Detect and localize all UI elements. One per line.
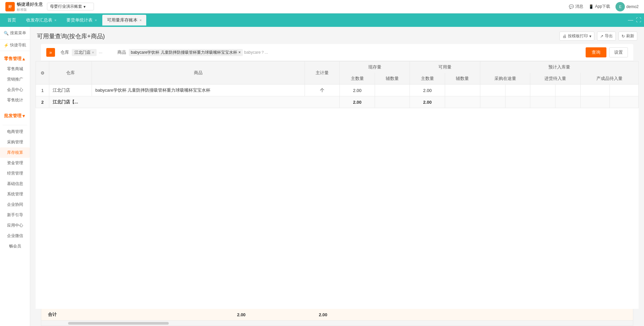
col-settings[interactable]: ⚙ — [36, 61, 49, 85]
export-btn[interactable]: ↗ 导出 — [597, 32, 616, 41]
subtotal-no: 2 — [36, 96, 49, 108]
sidebar-item-guide[interactable]: 新手引导 — [0, 210, 30, 220]
row-no: 1 — [36, 85, 49, 96]
sidebar-item-enterprise[interactable]: 企业协同 — [0, 199, 30, 210]
subtotal-purchase-main — [480, 96, 505, 108]
col-current-main: 主数量 — [340, 73, 375, 85]
subtotal-available-aux — [445, 96, 480, 108]
filter-product-group: 商品 babycare学饮杯 儿童防摔防撞吸管杯重力球吸嘴杯宝宝水杯 × bab… — [117, 49, 268, 56]
tab-order[interactable]: 要货单统计表 × — [62, 15, 101, 26]
subtotal-available-main: 2.00 — [410, 96, 445, 108]
subtotal-row: 2 江北门店【... 2.00 2.00 — [36, 96, 639, 108]
avatar: E — [615, 2, 625, 11]
user-profile[interactable]: E demo2 — [615, 2, 639, 11]
logo-text: 畅捷通好生意 标准版 — [17, 1, 43, 12]
warehouse-tag[interactable]: 江北门店 × — [72, 49, 97, 56]
tab-available[interactable]: 可用量库存账本 × — [102, 15, 146, 26]
sidebar-item-inventory[interactable]: 库存核算 — [0, 147, 30, 158]
sidebar-item-member-pro[interactable]: 畅会员 — [0, 241, 30, 251]
section-wholesale-toggle: ▼ — [21, 113, 26, 119]
avatar-text: E — [619, 5, 622, 9]
sidebar-quick-nav[interactable]: ⚡ 快捷导航 — [0, 40, 30, 51]
message-label: 消息 — [575, 4, 583, 9]
app-label: App下载 — [595, 4, 610, 9]
filter-container: » 仓库 江北门店 × ··· 商品 — [36, 44, 639, 61]
refresh-btn[interactable]: ↻ 刷新 — [619, 32, 637, 41]
col-production-header: 产成品待入量 — [581, 73, 639, 85]
logo: 好 畅捷通好生意 标准版 — [5, 1, 43, 12]
sidebar-item-app-center[interactable]: 应用中心 — [0, 220, 30, 231]
row-production-aux — [609, 85, 638, 96]
sidebar-item-retail-stats[interactable]: 零售统计 — [1, 95, 29, 105]
scrollbar-thumb[interactable] — [68, 322, 169, 325]
sidebar-search-label: 搜索菜单 — [10, 30, 26, 36]
subtotal-production-aux — [609, 96, 638, 108]
sidebar-search[interactable]: 🔍 搜索菜单 — [0, 27, 30, 40]
minimize-btn[interactable]: — — [628, 17, 633, 23]
sidebar-item-system[interactable]: 系统管理 — [0, 189, 30, 199]
page-title: 可用量查询(按仓库+商品) — [37, 32, 105, 40]
product-tag-0[interactable]: babycare学饮杯 儿童防摔防撞吸管杯重力球吸嘴杯宝宝水杯 × — [129, 49, 243, 56]
sidebar-item-member[interactable]: 会员中心 — [1, 85, 29, 95]
sidebar-item-purchase[interactable]: 采购管理 — [0, 137, 30, 147]
print-dropdown-icon: ▾ — [589, 34, 591, 39]
sidebar: 🔍 搜索菜单 ⚡ 快捷导航 零售管理 ▲ 零售商城 营销推广 会员中心 零售统计… — [0, 27, 30, 326]
data-table: ⚙ 仓库 商品 主计量 现存量 可用量 预计入库量 主数量 辅数量 主数量 辅数… — [36, 61, 639, 108]
row-warehouse: 江北门店 — [49, 85, 92, 96]
subtotal-label: 江北门店【... — [49, 96, 340, 108]
tab-receivable[interactable]: 收发存汇总表 × — [21, 15, 61, 26]
sidebar-item-operations[interactable]: 经营管理 — [0, 168, 30, 179]
row-purchase-aux — [505, 85, 530, 96]
refresh-label: 刷新 — [626, 33, 634, 39]
search-icon: 🔍 — [4, 31, 9, 36]
row-production-main — [581, 85, 609, 96]
tab-home[interactable]: 首页 — [3, 15, 21, 26]
tab-order-close[interactable]: × — [95, 18, 97, 22]
logo-line1: 畅捷通好生意 — [17, 1, 43, 7]
warehouse-more-dots[interactable]: ··· — [99, 50, 102, 55]
app-download-btn[interactable]: 📱 App下载 — [589, 4, 610, 9]
top-bar-left: 好 畅捷通好生意 标准版 母婴行业演示账套 ▾ — [5, 1, 94, 12]
content-area: 可用量查询(按仓库+商品) 🖨 按模板打印 ▾ ↗ 导出 ↻ 刷新 — [30, 27, 644, 326]
sidebar-section-wholesale-title[interactable]: 批发管理 ▼ — [1, 111, 29, 121]
sidebar-item-finance[interactable]: 资金管理 — [0, 158, 30, 168]
sidebar-section-retail: 零售管理 ▲ 零售商城 营销推广 会员中心 零售统计 — [0, 51, 30, 108]
org-label: 母婴行业演示账套 — [50, 4, 82, 9]
setting-btn[interactable]: 设置 — [609, 47, 628, 57]
nav-tabs: 首页 收发存汇总表 × 要货单统计表 × 可用量库存账本 × — ⛶ — [0, 13, 644, 27]
warehouse-tag-remove[interactable]: × — [92, 50, 94, 54]
footer-current-main: 2.00 — [221, 312, 262, 317]
query-btn[interactable]: 查询 — [586, 47, 606, 57]
subtotal-current-main: 2.00 — [340, 96, 375, 108]
expand-icon: » — [49, 50, 52, 55]
print-label: 按模板打印 — [568, 33, 588, 39]
page-header: 可用量查询(按仓库+商品) 🖨 按模板打印 ▾ ↗ 导出 ↻ 刷新 — [30, 27, 644, 44]
logo-icon: 好 — [5, 2, 15, 11]
filter-expand-btn[interactable]: » — [46, 48, 55, 57]
product-tag-0-remove[interactable]: × — [238, 50, 241, 55]
maximize-btn[interactable]: ⛶ — [636, 17, 641, 23]
sidebar-item-basic-info[interactable]: 基础信息 — [0, 179, 30, 189]
top-bar: 好 畅捷通好生意 标准版 母婴行业演示账套 ▾ 💬 消息 📱 App下载 E d… — [0, 0, 644, 13]
horizontal-scrollbar[interactable] — [41, 321, 633, 326]
col-incoming-header: 预计入库量 — [480, 61, 638, 73]
tab-receivable-close[interactable]: × — [54, 18, 56, 22]
tab-available-close[interactable]: × — [140, 18, 142, 22]
footer-wrapper: 合计 2.00 2.00 — [36, 309, 639, 326]
table-footer: 合计 2.00 2.00 — [41, 309, 633, 321]
export-icon: ↗ — [600, 34, 603, 39]
subtotal-purchase-aux — [505, 96, 530, 108]
footer-label: 合计 — [45, 312, 98, 318]
print-btn[interactable]: 🖨 按模板打印 ▾ — [559, 32, 594, 41]
col-available-header: 可用量 — [410, 61, 480, 73]
org-selector[interactable]: 母婴行业演示账套 ▾ — [47, 3, 94, 10]
sidebar-quick-nav-label: 快捷导航 — [10, 42, 26, 48]
message-btn[interactable]: 💬 消息 — [569, 4, 583, 9]
product-more[interactable]: babycare？... — [244, 50, 268, 55]
section-wholesale-label: 批发管理 — [4, 113, 21, 119]
sidebar-section-retail-title[interactable]: 零售管理 ▲ — [1, 54, 29, 64]
sidebar-item-marketing[interactable]: 营销推广 — [1, 74, 29, 85]
sidebar-item-ecommerce[interactable]: 电商管理 — [0, 127, 30, 137]
sidebar-item-retail-mall[interactable]: 零售商城 — [1, 64, 29, 74]
sidebar-item-wechat[interactable]: 企业微信 — [0, 231, 30, 241]
